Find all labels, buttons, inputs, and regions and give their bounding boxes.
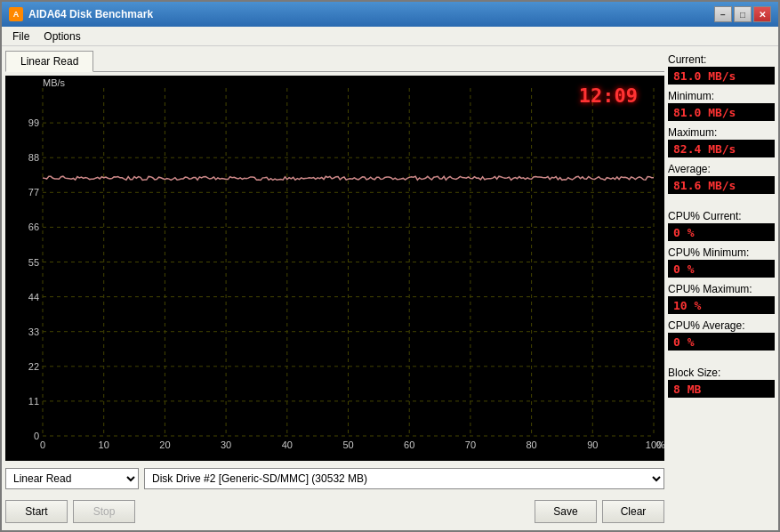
stop-button[interactable]: Stop	[73, 500, 135, 523]
stat-average: Average: 81.6 MB/s	[668, 163, 775, 194]
stat-current: Current: 81.0 MB/s	[668, 53, 775, 85]
stat-cpu-average: CPU% Average: 0 %	[668, 319, 775, 351]
chart-container: 12:09	[5, 76, 664, 461]
app-icon: A	[9, 7, 23, 21]
cpu-minimum-value: 0 %	[668, 260, 775, 278]
stat-block-size: Block Size: 8 MB	[668, 367, 775, 398]
window-title: AIDA64 Disk Benchmark	[28, 8, 153, 20]
title-bar: A AIDA64 Disk Benchmark − □ ✕	[2, 2, 778, 27]
stat-cpu-maximum: CPU% Maximum: 10 %	[668, 283, 775, 314]
maximize-button[interactable]: □	[734, 6, 752, 22]
save-button[interactable]: Save	[535, 500, 597, 523]
disk-dropdown[interactable]: Disk Drive #2 [Generic-SD/MMC] (30532 MB…	[144, 468, 664, 489]
bottom-controls: Linear Read Disk Drive #2 [Generic-SD/MM…	[5, 464, 664, 493]
right-panel: Current: 81.0 MB/s Minimum: 81.0 MB/s Ma…	[668, 50, 775, 527]
cpu-current-label: CPU% Current:	[668, 210, 775, 222]
average-value: 81.6 MB/s	[668, 176, 775, 194]
cpu-average-value: 0 %	[668, 333, 775, 351]
stat-maximum: Maximum: 82.4 MB/s	[668, 126, 775, 157]
action-buttons: Start Stop Save Clear	[5, 496, 664, 527]
average-label: Average:	[668, 163, 775, 175]
menu-bar: File Options	[2, 27, 778, 46]
test-type-dropdown[interactable]: Linear Read	[5, 468, 139, 489]
tab-bar: Linear Read	[5, 50, 664, 72]
start-button[interactable]: Start	[5, 500, 68, 523]
main-window: A AIDA64 Disk Benchmark − □ ✕ File Optio…	[0, 0, 780, 532]
block-size-label: Block Size:	[668, 367, 775, 379]
minimum-label: Minimum:	[668, 90, 775, 102]
current-label: Current:	[668, 53, 775, 66]
stat-cpu-current: CPU% Current: 0 %	[668, 210, 775, 241]
minimize-button[interactable]: −	[714, 6, 732, 22]
cpu-maximum-label: CPU% Maximum:	[668, 283, 775, 295]
tab-linear-read[interactable]: Linear Read	[5, 51, 93, 72]
cpu-maximum-value: 10 %	[668, 296, 775, 314]
menu-file[interactable]: File	[5, 28, 36, 44]
content-area: Linear Read 12:09 Linear Read Disk Drive…	[2, 46, 778, 530]
stat-minimum: Minimum: 81.0 MB/s	[668, 90, 775, 121]
minimum-value: 81.0 MB/s	[668, 103, 775, 121]
maximum-label: Maximum:	[668, 126, 775, 139]
title-bar-left: A AIDA64 Disk Benchmark	[9, 7, 153, 21]
stat-cpu-minimum: CPU% Minimum: 0 %	[668, 246, 775, 278]
cpu-minimum-label: CPU% Minimum:	[668, 246, 775, 259]
chart-canvas	[5, 76, 664, 461]
cpu-average-label: CPU% Average:	[668, 319, 775, 332]
current-value: 81.0 MB/s	[668, 67, 775, 85]
close-button[interactable]: ✕	[753, 6, 771, 22]
block-size-value: 8 MB	[668, 380, 775, 398]
cpu-current-value: 0 %	[668, 223, 775, 241]
clear-button[interactable]: Clear	[602, 500, 664, 523]
menu-options[interactable]: Options	[36, 28, 87, 44]
maximum-value: 82.4 MB/s	[668, 140, 775, 157]
main-panel: Linear Read 12:09 Linear Read Disk Drive…	[5, 50, 664, 527]
title-controls: − □ ✕	[714, 6, 771, 22]
